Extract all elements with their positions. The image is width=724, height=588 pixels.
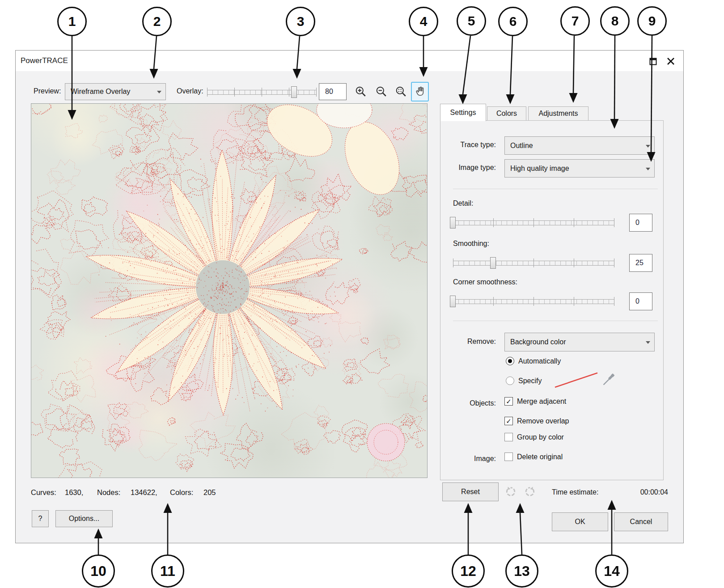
checkbox-checked-icon: ✓ (504, 397, 513, 406)
tab-adjustments-label: Adjustments (538, 110, 578, 118)
specify-radio[interactable]: Specify (506, 376, 542, 385)
curves-value: 1630, (65, 486, 83, 498)
objects-label: Objects: (440, 399, 496, 407)
settings-panel: Trace type: Outline Image type: High qua… (440, 120, 664, 480)
undo-icon (504, 485, 517, 499)
smoothing-value-input[interactable]: 25 (629, 254, 652, 272)
separator (453, 189, 658, 189)
group-by-color-checkbox[interactable]: Group by color (504, 433, 564, 441)
curves-label: Curves: (31, 486, 56, 498)
overlay-value-input[interactable]: 80 (319, 83, 347, 100)
remove-value: Background color (510, 338, 566, 346)
pan-button[interactable] (411, 82, 429, 102)
close-icon (667, 57, 675, 65)
maximize-button[interactable] (647, 55, 659, 67)
zoom-out-icon (376, 86, 387, 97)
options-button[interactable]: Options... (55, 510, 113, 527)
zoom-in-button[interactable] (353, 84, 369, 100)
nodes-value: 134622, (131, 486, 157, 498)
corner-smoothness-value-input[interactable]: 0 (629, 292, 652, 310)
tab-settings-label: Settings (450, 109, 476, 117)
merge-adjacent-checkbox[interactable]: ✓ Merge adjacent (504, 397, 566, 406)
preview-dropdown[interactable]: Wireframe Overlay (65, 83, 166, 100)
eyedropper-button[interactable] (602, 372, 616, 387)
undo-button[interactable] (504, 485, 517, 499)
image-type-label: Image type: (440, 164, 496, 172)
checkbox-checked-icon: ✓ (504, 417, 513, 425)
tab-adjustments[interactable]: Adjustments (528, 106, 589, 121)
callout-6: 6 (498, 7, 528, 36)
detail-slider-thumb[interactable] (450, 217, 456, 228)
overlay-slider-thumb[interactable] (291, 86, 297, 98)
radio-selected-icon (506, 357, 514, 365)
image-type-dropdown[interactable]: High quality image (504, 159, 655, 178)
zoom-to-fit-icon (395, 86, 407, 97)
checkbox-unchecked-icon (504, 433, 513, 441)
corner-smoothness-label: Corner smoothness: (453, 278, 517, 286)
title-bar: PowerTRACE (16, 51, 683, 71)
tab-colors-label: Colors (496, 110, 517, 118)
colors-value: 205 (203, 486, 216, 498)
overlay-slider[interactable] (207, 87, 316, 97)
ok-button[interactable]: OK (552, 512, 608, 531)
callout-1: 1 (57, 7, 87, 36)
callout-14: 14 (595, 554, 628, 588)
trace-type-label: Trace type: (440, 141, 496, 149)
smoothing-slider-thumb[interactable] (490, 257, 496, 269)
zoom-out-button[interactable] (373, 84, 390, 100)
smoothing-slider[interactable] (453, 258, 614, 268)
preview-image[interactable] (31, 104, 427, 478)
window-title: PowerTRACE (21, 51, 68, 71)
automatically-radio[interactable]: Automatically (506, 357, 561, 365)
overlay-label: Overlay: (177, 87, 203, 95)
time-estimate-value: 00:00:04 (614, 488, 668, 496)
remove-overlap-label: Remove overlap (517, 417, 569, 425)
callout-5: 5 (457, 6, 486, 36)
eyedropper-icon (602, 372, 616, 385)
colors-label: Colors: (170, 486, 193, 498)
chevron-down-icon (157, 91, 161, 96)
reset-button[interactable]: Reset (442, 482, 499, 501)
nodes-label: Nodes: (97, 486, 120, 498)
tab-colors[interactable]: Colors (487, 106, 526, 121)
preview-dropdown-value: Wireframe Overlay (71, 88, 130, 96)
maximize-icon (649, 58, 657, 65)
callout-7: 7 (560, 6, 590, 36)
corner-smoothness-slider[interactable] (453, 296, 614, 307)
tab-settings[interactable]: Settings (440, 104, 486, 121)
callout-3: 3 (286, 7, 315, 36)
preview-pane[interactable] (31, 103, 428, 478)
chevron-down-icon (646, 341, 650, 346)
chevron-down-icon (646, 168, 650, 173)
preview-label: Preview: (34, 87, 61, 95)
callout-10: 10 (82, 554, 115, 588)
image-type-value: High quality image (510, 165, 569, 173)
zoom-to-fit-button[interactable] (393, 84, 409, 100)
callout-12: 12 (452, 554, 485, 588)
corner-smoothness-slider-thumb[interactable] (450, 296, 456, 307)
close-button[interactable] (665, 55, 677, 67)
help-button[interactable]: ? (32, 510, 49, 527)
zoom-in-icon (355, 86, 367, 97)
callout-9: 9 (637, 6, 667, 36)
checkbox-unchecked-icon (504, 453, 513, 461)
trace-type-value: Outline (510, 142, 533, 150)
merge-adjacent-label: Merge adjacent (517, 398, 566, 406)
callout-8: 8 (600, 6, 630, 36)
remove-dropdown[interactable]: Background color (504, 333, 655, 351)
callout-4: 4 (409, 7, 438, 36)
remove-overlap-checkbox[interactable]: ✓ Remove overlap (504, 417, 569, 425)
separator (453, 321, 658, 321)
redo-button[interactable] (524, 485, 537, 499)
callout-13: 13 (505, 554, 538, 588)
powertrace-window: PowerTRACE Preview: Wireframe Overlay Ov… (15, 50, 684, 543)
callout-11: 11 (151, 554, 184, 588)
callout-2: 2 (142, 7, 172, 36)
smoothing-label: Smoothing: (453, 240, 489, 248)
detail-value-input[interactable]: 0 (629, 214, 652, 232)
image-label: Image: (440, 455, 496, 463)
cancel-button[interactable]: Cancel (614, 512, 668, 531)
detail-slider[interactable] (453, 217, 614, 228)
delete-original-checkbox[interactable]: Delete original (504, 453, 563, 461)
trace-type-dropdown[interactable]: Outline (504, 136, 655, 155)
